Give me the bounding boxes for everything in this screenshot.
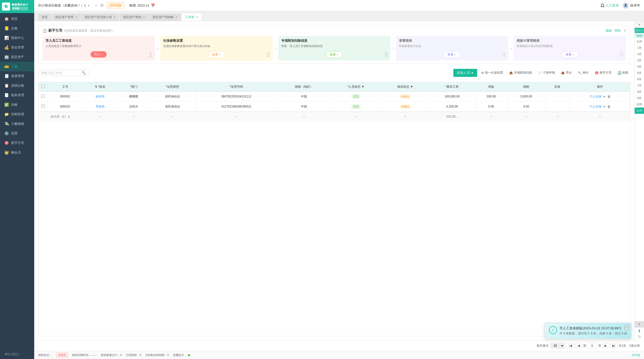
sidebar-item-payroll[interactable]: 💳工资 — [0, 62, 34, 71]
guide-icon: 📋 — [43, 29, 47, 33]
tab-工资表[interactable]: 工资表✕ — [182, 14, 202, 21]
tab-close-icon[interactable]: ✕ — [143, 16, 145, 19]
recharge-link[interactable]: 去充值 — [632, 353, 640, 357]
step-btn-2[interactable]: 设置＞ — [208, 51, 225, 58]
month-item-9月[interactable]: 9月 — [635, 95, 644, 101]
search-input[interactable] — [41, 71, 80, 75]
sidebar-item-tax[interactable]: 📑税务管理 — [0, 90, 34, 100]
tab-固定资产类别[interactable]: 固定资产类别✕ — [120, 14, 149, 21]
action-btn-new-guide[interactable]: 🎯新手引导 — [593, 69, 614, 76]
sidebar-item-fixed-assets[interactable]: 🏢固定资产 — [0, 52, 34, 62]
row-checkbox-1[interactable] — [41, 105, 45, 108]
cal-down-btn[interactable]: ▼ — [637, 322, 641, 327]
unpin-button[interactable]: ◀取消固定 — [0, 350, 34, 359]
sidebar-item-settle[interactable]: ✅结账 — [0, 100, 34, 110]
month-item-3月[interactable]: 3月 — [635, 57, 644, 64]
cal-icons: ⬆ ↻ — [638, 328, 641, 340]
month-item-4月[interactable]: 4月 — [635, 64, 644, 70]
sidebar: 畅 畅捷通好会计 专业版 🏠首页📒总账📊报表中心💰资金管理🏢固定资产💳工资🧾发票… — [0, 0, 34, 359]
ai-service-button[interactable]: 🎧 人工咨询 — [600, 3, 619, 8]
step-btn-1[interactable]: 导入＞ — [91, 51, 107, 58]
company-name[interactable]: 刘小艳演示账套（勿删勿动！）1 ▼ — [38, 3, 90, 8]
sidebar-item-sales[interactable]: 📋进销台账 — [0, 81, 34, 90]
select-all-checkbox[interactable] — [41, 85, 45, 88]
toast-close-button[interactable]: ✕ — [625, 325, 629, 330]
step-desc-5: 查看税款计算过程及明细数据 — [517, 44, 623, 48]
month-item-10月[interactable]: 10月 — [635, 101, 644, 108]
op-delete-icon-0[interactable]: 🗑 — [607, 95, 611, 98]
guide-video-link[interactable]: 视频 — [606, 29, 612, 33]
page-first-btn[interactable]: |◀ — [567, 343, 574, 348]
op-edit-icon-1[interactable]: ✏ — [603, 105, 606, 109]
step-btn-5[interactable]: 查看＞ — [562, 51, 578, 58]
sidebar-item-expense[interactable]: 💸小畅报销 — [0, 119, 34, 129]
add-company-icon[interactable]: ＋ — [94, 3, 98, 8]
cell-name[interactable]: 徐泽华 — [83, 91, 118, 101]
sidebar-item-member[interactable]: 👑畅会员 — [0, 148, 34, 157]
action-btn-social-insurance[interactable]: ⚙统一社保设置 — [479, 69, 505, 76]
sidebar-item-settings[interactable]: ⚙️设置 — [0, 129, 34, 138]
col-base-salary: *基本工资 — [429, 82, 475, 92]
guide-step-2: 社保参数设置 完成社保参数设置自动计算社保公积金 设置＞ 2 — [160, 36, 273, 61]
sidebar-item-funds[interactable]: 💰资金管理 — [0, 43, 34, 52]
month-item-7月[interactable]: 7月 — [635, 82, 644, 89]
op-social-insurance-1[interactable]: 个人社保 — [589, 105, 601, 109]
tab-label: 固定资产折旧统计表 — [85, 15, 112, 19]
tab-首页[interactable]: 首页 — [38, 14, 51, 21]
period-label: 授权到期时间：—— — [72, 353, 97, 357]
user-info[interactable]: 👤 徐泽华 — [623, 3, 640, 9]
action-btn-export[interactable]: 📤导出 — [559, 69, 574, 76]
sidebar-item-invoicing[interactable]: 🧾发票管理 — [0, 71, 34, 81]
period-calendar-icon[interactable]: 📅 — [151, 4, 155, 7]
cell-name[interactable]: 李俊杰 — [83, 101, 118, 112]
page-last-btn[interactable]: ▶| — [610, 343, 618, 348]
col-status[interactable]: *人员状态 ▼ — [331, 82, 381, 92]
sidebar-item-ledger[interactable]: 📒总账 — [0, 24, 34, 33]
guide-help-link[interactable]: 帮助 — [615, 29, 621, 33]
settings-icon[interactable]: ⚙ — [100, 3, 104, 8]
row-checkbox-0[interactable] — [41, 94, 45, 98]
month-item-8月[interactable]: 8月 — [635, 89, 644, 95]
guide-close-icon[interactable]: ✕ — [624, 29, 626, 32]
month-item-5月[interactable]: 5月 — [635, 70, 644, 76]
page-prev-btn[interactable]: ◀ — [575, 343, 582, 348]
op-edit-icon-0[interactable]: ✏ — [603, 95, 606, 98]
step-btn-3[interactable]: 查看＞ — [326, 51, 343, 58]
month-item-2月[interactable]: 2月 — [635, 51, 644, 57]
tab-close-icon[interactable]: ✕ — [113, 16, 116, 19]
month-item-1月[interactable]: 1月 — [635, 45, 644, 51]
month-item-12[interactable]: 12月 — [635, 38, 644, 45]
sidebar-item-home[interactable]: 🏠首页 — [0, 14, 34, 24]
sidebar-item-reports[interactable]: 📊报表中心 — [0, 33, 34, 43]
nav-label: 固定资产 — [11, 55, 24, 59]
action-btn-special-deduct[interactable]: 📥专项附加扣除 — [507, 69, 534, 76]
col-report-status[interactable]: 报送状态 ▼ — [381, 82, 429, 92]
add-person-button[interactable]: 添加人员 ▼ — [453, 69, 477, 77]
switch-old-version-button[interactable]: 切到旧版 — [107, 2, 124, 9]
cal-up-btn[interactable]: ▲ — [637, 22, 641, 27]
cal-refresh-icon[interactable]: ↻ — [638, 334, 641, 339]
page-next-btn[interactable]: ▶ — [602, 343, 609, 348]
action-btn-personal-tax[interactable]: 📄个税申报 — [536, 69, 557, 76]
tab-close-icon[interactable]: ✕ — [175, 16, 178, 19]
step-btn-4[interactable]: 查看＞ — [444, 51, 460, 58]
action-btn-operation[interactable]: 🔧操作 — [576, 69, 591, 76]
tab-close-icon[interactable]: ✕ — [196, 16, 198, 19]
sidebar-item-archive[interactable]: 📁归档管理 — [0, 110, 34, 119]
cal-home-icon[interactable]: ⬆ — [638, 329, 641, 333]
sidebar-item-guide[interactable]: 🎯新手引导 — [0, 138, 34, 148]
op-delete-icon-1[interactable]: 🗑 — [607, 105, 611, 109]
tab-固定资产明细账[interactable]: 固定资产明细账✕ — [149, 14, 181, 21]
action-btn-refresh[interactable]: 🔄刷新 — [616, 69, 630, 76]
month-item-12月[interactable]: 2023 — [635, 33, 644, 38]
col-name[interactable]: ⇅ *姓名 — [83, 82, 118, 92]
tab-固定资产折旧统计表[interactable]: 固定资产折旧统计表✕ — [81, 14, 119, 21]
op-social-insurance-0[interactable]: 个人社保 — [589, 94, 601, 99]
page-size-select[interactable]: 102050100 — [551, 343, 565, 348]
page-input[interactable] — [587, 343, 597, 348]
cell-dept: 总经办 — [118, 101, 149, 112]
tab-固定资产管理[interactable]: 固定资产管理✕ — [52, 14, 81, 21]
tab-close-icon[interactable]: ✕ — [75, 16, 77, 19]
month-item-11月[interactable]: 11月 — [635, 108, 644, 114]
month-item-6月[interactable]: 6月 — [635, 76, 644, 82]
